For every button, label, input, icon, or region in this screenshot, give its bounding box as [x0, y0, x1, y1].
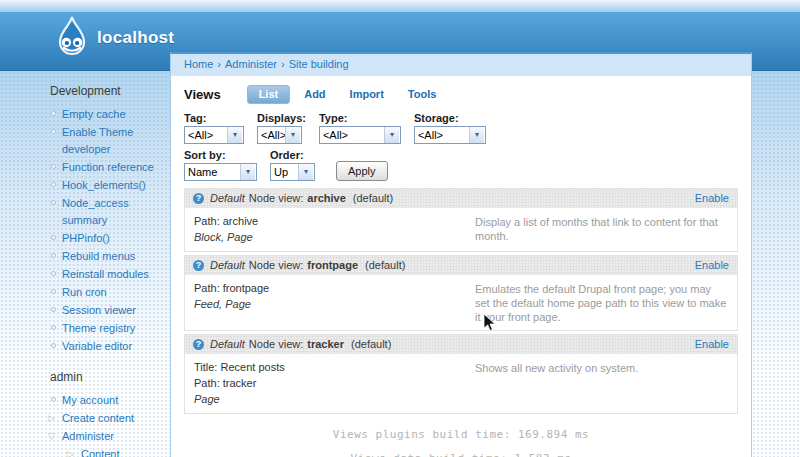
sidebar-section-title: admin	[50, 370, 170, 384]
sidebar-section-title: Development	[50, 84, 170, 98]
sidebar-item-node-access-summary[interactable]: Node_access summary	[50, 195, 164, 229]
help-icon[interactable]: ?	[193, 339, 204, 350]
view-row-archive: ? Default Node view: archive (default) E…	[184, 188, 738, 252]
main-panel: Home›Administer›Site building Views List…	[170, 52, 752, 457]
storage-select[interactable]: <All>▾	[414, 126, 486, 144]
tab-add[interactable]: Add	[304, 88, 325, 100]
sidebar-item-reinstall-modules[interactable]: Reinstall modules	[50, 266, 164, 283]
breadcrumb: Home›Administer›Site building	[171, 54, 751, 76]
chevron-down-icon: ▾	[227, 127, 242, 143]
breadcrumb-link-home[interactable]: Home	[184, 58, 213, 70]
view-type-badge: Default	[210, 338, 245, 350]
triangle-right-icon: ▷	[48, 410, 55, 427]
circle-bullet-icon	[51, 307, 56, 312]
view-description: Emulates the default Drupal front page; …	[475, 280, 728, 324]
triangle-down-icon: ▽	[48, 428, 55, 445]
sidebar-item-label: Function reference	[62, 161, 154, 173]
type-filter: Type: <All>▾	[319, 112, 401, 144]
enable-link[interactable]: Enable	[695, 259, 729, 271]
chevron-down-icon: ▾	[469, 127, 484, 143]
sidebar-item-label: PHPinfo()	[62, 232, 110, 244]
sidebar-item-rebuild-menus[interactable]: Rebuild menus	[50, 248, 164, 265]
circle-bullet-icon	[51, 343, 56, 348]
breadcrumb-separator: ›	[281, 58, 285, 70]
data-build-time: Views data build time: 1.583 ms	[184, 452, 738, 457]
view-row-frontpage: ? Default Node view: frontpage (default)…	[184, 255, 738, 331]
order-filter-label: Order:	[270, 149, 315, 161]
view-details: Title: Recent posts Path: tracker Page	[194, 359, 285, 407]
breadcrumb-link-administer[interactable]: Administer	[225, 58, 277, 70]
view-kind: Node view:	[249, 192, 303, 204]
tab-list[interactable]: List	[247, 85, 291, 104]
plugins-build-time: Views plugins build time: 169.894 ms	[184, 428, 738, 441]
sidebar-item-phpinfo[interactable]: PHPinfo()	[50, 230, 164, 247]
sidebar-item-function-reference[interactable]: Function reference	[50, 159, 164, 176]
breadcrumb-link-site-building[interactable]: Site building	[289, 58, 349, 70]
circle-bullet-icon	[51, 253, 56, 258]
storage-filter-label: Storage:	[414, 112, 486, 124]
sort-by-select[interactable]: Name▾	[184, 163, 257, 181]
page-title: Views	[184, 87, 221, 102]
sidebar-item-administer[interactable]: ▽Administer	[50, 428, 164, 445]
sidebar-item-label: Content management	[81, 448, 145, 457]
displays-filter-label: Displays:	[257, 112, 306, 124]
enable-link[interactable]: Enable	[695, 338, 729, 350]
circle-bullet-icon	[51, 397, 56, 402]
sidebar-item-label: Variable editor	[62, 340, 132, 352]
view-name: frontpage	[307, 259, 358, 271]
sidebar-item-label: My account	[62, 394, 118, 406]
chevron-glyph: ▾	[475, 131, 479, 139]
breadcrumb-separator: ›	[217, 58, 221, 70]
sidebar-item-label: Node_access summary	[62, 197, 129, 226]
sidebar-item-label: Create content	[62, 412, 134, 424]
circle-bullet-icon	[51, 182, 56, 187]
sidebar-item-empty-cache[interactable]: Empty cache	[50, 106, 164, 123]
sidebar-item-enable-theme-developer[interactable]: Enable Theme developer	[50, 124, 164, 158]
sidebar-item-create-content[interactable]: ▷Create content	[50, 410, 164, 427]
type-select[interactable]: <All>▾	[319, 126, 401, 144]
view-type-badge: Default	[210, 192, 245, 204]
view-details: Path: frontpage Feed, Page	[194, 280, 269, 324]
sidebar-item-session-viewer[interactable]: Session viewer	[50, 302, 164, 319]
sidebar-section-admin: admin My account ▷Create content ▽Admini…	[50, 370, 170, 457]
sort-by-filter: Sort by: Name▾	[184, 149, 257, 181]
circle-bullet-icon	[51, 164, 56, 169]
site-name: localhost	[97, 28, 174, 48]
view-row-tracker: ? Default Node view: tracker (default) E…	[184, 334, 738, 414]
order-select[interactable]: Up▾	[270, 163, 315, 181]
enable-link[interactable]: Enable	[695, 192, 729, 204]
circle-bullet-icon	[51, 325, 56, 330]
tab-import[interactable]: Import	[350, 88, 384, 100]
view-row-body: Path: frontpage Feed, Page Emulates the …	[185, 275, 737, 330]
sidebar-item-label: Run cron	[62, 286, 107, 298]
sidebar-item-variable-editor[interactable]: Variable editor	[50, 338, 164, 355]
view-kind: Node view:	[249, 338, 303, 350]
sidebar-item-theme-registry[interactable]: Theme registry	[50, 320, 164, 337]
apply-button[interactable]: Apply	[336, 161, 388, 181]
storage-filter: Storage: <All>▾	[414, 112, 486, 144]
displays-select[interactable]: <All>▾	[257, 126, 302, 144]
help-icon[interactable]: ?	[193, 193, 204, 204]
tag-select[interactable]: <All>▾	[184, 126, 244, 144]
sidebar-item-label: Enable Theme developer	[62, 126, 133, 155]
build-time-footer: Views plugins build time: 169.894 ms Vie…	[184, 428, 738, 457]
displays-select-value: <All>	[258, 129, 285, 141]
sidebar-item-my-account[interactable]: My account	[50, 392, 164, 409]
filter-row-1: Tag: <All>▾ Displays: <All>▾ Type: <All>…	[184, 112, 738, 144]
tab-tools[interactable]: Tools	[408, 88, 437, 100]
view-title: Title: Recent posts	[194, 359, 285, 375]
sidebar-section-development: Development Empty cache Enable Theme dev…	[50, 84, 170, 355]
chevron-glyph: ▾	[390, 131, 394, 139]
help-icon[interactable]: ?	[193, 260, 204, 271]
sidebar-item-label: Theme registry	[62, 322, 135, 334]
sidebar-item-content-management[interactable]: ▷Content management	[69, 446, 164, 457]
sidebar-item-label: Empty cache	[62, 108, 126, 120]
drupal-logo-icon	[53, 15, 91, 59]
view-default-suffix: (default)	[351, 338, 391, 350]
sidebar-item-label: Hook_elements()	[62, 179, 146, 191]
sidebar-item-run-cron[interactable]: Run cron	[50, 284, 164, 301]
top-strip	[0, 0, 800, 12]
order-select-value: Up	[271, 166, 298, 178]
sidebar-item-hook-elements[interactable]: Hook_elements()	[50, 177, 164, 194]
view-name: archive	[307, 192, 346, 204]
